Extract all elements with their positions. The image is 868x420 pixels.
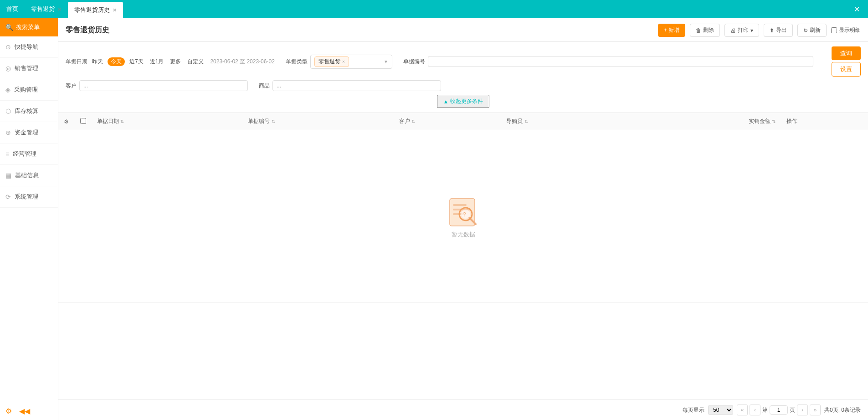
tab-return-close[interactable]: ✕ — [57, 6, 62, 12]
export-button[interactable]: ⬆ 导出 — [764, 24, 793, 37]
print-icon: 🖨 — [730, 27, 736, 34]
type-tag-close[interactable]: × — [342, 59, 345, 64]
goods-filter-input[interactable]: ... — [272, 80, 441, 91]
page-size-select[interactable]: 50 10 20 100 — [708, 405, 733, 415]
operations-icon: ≡ — [5, 150, 9, 158]
setting-button[interactable]: 设置 — [832, 62, 861, 77]
collapse-row: ▲ 收起更多条件 — [66, 95, 861, 108]
table-container: ⚙ 单据日期 ⇅ 单据编号 ⇅ 客户 — [58, 113, 868, 400]
type-tag: 零售退货 × — [314, 56, 349, 67]
collapse-icon: ▲ — [443, 98, 449, 105]
settings-icon[interactable]: ⚙ — [5, 407, 12, 415]
date-btn-1month[interactable]: 近1月 — [148, 57, 166, 66]
tab-return-history-close[interactable]: ✕ — [113, 7, 117, 13]
empty-state-row: ? 暂无数据 — [58, 130, 868, 303]
pagination-bar: 每页显示 50 10 20 100 « ‹ 第 页 › » 共0页, 0条记录 — [58, 400, 868, 420]
tab-return-history[interactable]: 零售退货历史 ✕ — [68, 2, 123, 18]
sort-customer-icon: ⇅ — [411, 119, 415, 124]
date-btn-7days[interactable]: 近7天 — [128, 57, 145, 66]
sidebar-item-system[interactable]: ⟳ 系统管理 — [0, 186, 58, 208]
print-button[interactable]: 🖨 打印 ▾ — [724, 24, 759, 37]
empty-text: 暂无数据 — [452, 230, 475, 239]
export-icon: ⬆ — [770, 27, 774, 34]
date-options: 昨天 今天 近7天 近1月 更多 自定义 2023-06-02 至 2023-0… — [90, 57, 275, 66]
col-number[interactable]: 单据编号 ⇅ — [242, 113, 393, 130]
sidebar-item-sales[interactable]: ◎ 销售管理 — [0, 58, 58, 79]
show-detail-checkbox[interactable] — [831, 27, 837, 33]
sidebar-item-label: 库存核算 — [15, 107, 38, 115]
empty-illustration: ? — [443, 194, 484, 230]
sidebar-item-label: 经营管理 — [13, 150, 36, 158]
empty-state: ? 暂无数据 — [58, 158, 868, 275]
sidebar-collapse-icon[interactable]: ◀◀ — [19, 407, 30, 415]
type-select-arrow: ▼ — [384, 59, 388, 64]
page-title: 零售退货历史 — [66, 26, 109, 35]
customer-filter-item: 客户 ... — [66, 80, 248, 91]
window-controls: ✕ — [850, 5, 868, 14]
sidebar: 🔍 搜索菜单 ⊙ 快捷导航 ◎ 销售管理 ◈ 采购管理 ⬡ 库存核算 ⊕ 资金管… — [0, 18, 58, 420]
finance-icon: ⊕ — [5, 129, 11, 136]
sidebar-item-label: 销售管理 — [15, 64, 38, 72]
sidebar-item-quick-nav[interactable]: ⊙ 快捷导航 — [0, 36, 58, 58]
filter-area: 单据日期 昨天 今天 近7天 近1月 更多 自定义 2023-06-02 至 2… — [58, 42, 868, 113]
col-amount[interactable]: 实销金额 ⇅ — [630, 113, 781, 130]
purchase-icon: ◈ — [5, 86, 10, 93]
date-filter-item: 单据日期 昨天 今天 近7天 近1月 更多 自定义 2023-06-02 至 2… — [66, 57, 275, 66]
refresh-button[interactable]: ↻ 刷新 — [797, 24, 827, 37]
svg-rect-1 — [453, 204, 467, 206]
page-prev-button[interactable]: ‹ — [750, 405, 760, 415]
print-dropdown-icon: ▾ — [750, 27, 753, 34]
page-first-button[interactable]: « — [737, 405, 748, 415]
query-actions: 查询 设置 — [832, 46, 861, 77]
number-filter-label: 单据编号 — [403, 58, 425, 66]
table-settings-header[interactable]: ⚙ — [58, 113, 75, 130]
window-close-button[interactable]: ✕ — [850, 4, 863, 15]
select-all-checkbox[interactable] — [80, 118, 86, 124]
refresh-icon: ↻ — [803, 27, 808, 34]
date-btn-custom[interactable]: 自定义 — [185, 57, 205, 66]
sidebar-item-finance[interactable]: ⊕ 资金管理 — [0, 122, 58, 143]
sidebar-item-label: 采购管理 — [14, 86, 38, 94]
page-last-button[interactable]: » — [810, 405, 821, 415]
sidebar-item-purchase[interactable]: ◈ 采购管理 — [0, 79, 58, 101]
col-guide[interactable]: 导购员 ⇅ — [501, 113, 630, 130]
tab-home[interactable]: 首页 — [0, 0, 25, 18]
date-filter-label: 单据日期 — [66, 58, 87, 66]
filter-row-2: 客户 ... 商品 ... — [66, 80, 861, 91]
sort-number-icon: ⇅ — [272, 119, 275, 124]
add-button[interactable]: + 新增 — [658, 24, 685, 37]
number-filter-input[interactable] — [428, 56, 813, 67]
basic-info-icon: ▦ — [5, 172, 11, 179]
query-button[interactable]: 查询 — [832, 46, 861, 60]
delete-button[interactable]: 🗑 删除 — [690, 24, 720, 37]
show-detail-checkbox-label[interactable]: 显示明细 — [831, 26, 861, 34]
date-btn-today[interactable]: 今天 — [108, 57, 125, 66]
type-select[interactable]: 零售退货 × ▼ — [310, 55, 392, 69]
table-checkbox-header[interactable] — [75, 113, 92, 130]
page-size-label: 每页显示 — [683, 406, 704, 414]
delete-icon: 🗑 — [696, 27, 701, 34]
page-next-button[interactable]: › — [797, 405, 808, 415]
col-customer[interactable]: 客户 ⇅ — [394, 113, 501, 130]
customer-filter-input[interactable]: ... — [79, 80, 248, 91]
sidebar-item-basic-info[interactable]: ▦ 基础信息 — [0, 165, 58, 186]
sidebar-item-inventory[interactable]: ⬡ 库存核算 — [0, 101, 58, 122]
sidebar-item-operations[interactable]: ≡ 经营管理 — [0, 143, 58, 165]
top-nav: 首页 零售退货 ✕ 零售退货历史 ✕ ✕ — [0, 0, 868, 18]
collapse-button[interactable]: ▲ 收起更多条件 — [437, 95, 490, 108]
type-filter-item: 单据类型 零售退货 × ▼ — [286, 55, 392, 69]
inventory-icon: ⬡ — [5, 108, 11, 115]
sidebar-search[interactable]: 🔍 搜索菜单 — [0, 18, 58, 36]
data-table: ⚙ 单据日期 ⇅ 单据编号 ⇅ 客户 — [58, 113, 868, 303]
date-btn-yesterday[interactable]: 昨天 — [90, 57, 105, 66]
tab-return[interactable]: 零售退货 ✕ — [25, 0, 68, 18]
page-number-input[interactable] — [770, 405, 788, 415]
sort-amount-icon: ⇅ — [772, 119, 776, 124]
page-header: 零售退货历史 + 新增 🗑 删除 🖨 打印 ▾ ⬆ 导出 — [58, 18, 868, 42]
date-btn-more[interactable]: 更多 — [168, 57, 183, 66]
filter-row-1: 单据日期 昨天 今天 近7天 近1月 更多 自定义 2023-06-02 至 2… — [66, 46, 861, 77]
goods-filter-label: 商品 — [259, 82, 270, 90]
svg-text:?: ? — [463, 211, 466, 218]
col-date[interactable]: 单据日期 ⇅ — [92, 113, 242, 130]
page-title-bar: 零售退货历史 + 新增 🗑 删除 🖨 打印 ▾ ⬆ 导出 — [66, 24, 861, 37]
